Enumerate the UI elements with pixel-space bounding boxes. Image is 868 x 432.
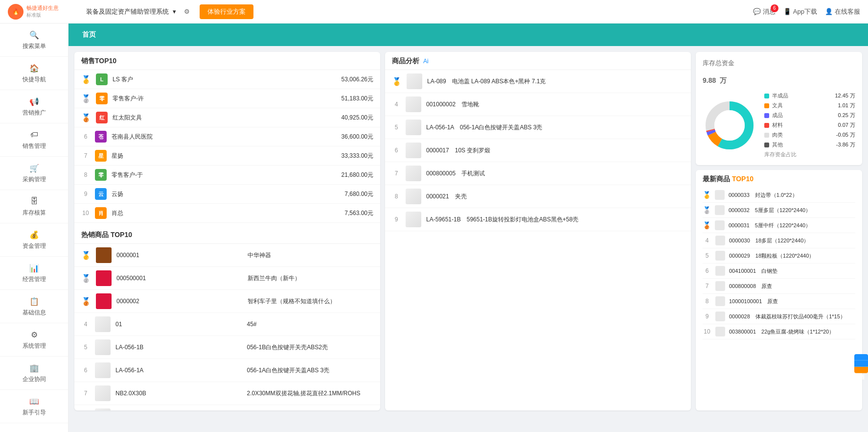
sidebar-item-corp[interactable]: 🏢 企业协同 (0, 357, 68, 390)
customer-name: 星扬 (112, 152, 337, 160)
product-info: 0000029 18颗粒板（1220*2440） (729, 252, 855, 260)
list-item: 7 NB2.0X30B 2.0X30MM双搓花轴,搓花直径2.1MM/ROHS (74, 382, 380, 405)
app-download-button[interactable]: 📱 App下载 (783, 7, 817, 16)
system-selector[interactable]: 装备及固定资产辅助管理系统 ▾ (86, 7, 176, 16)
sidebar-item-sales[interactable]: 🏷 销售管理 (0, 123, 68, 157)
sidebar-item-basic[interactable]: 📋 基础信息 (0, 290, 68, 323)
legend-dot (764, 133, 769, 138)
product-image (715, 190, 725, 200)
sidebar-label-search: 搜索菜单 (23, 42, 46, 50)
product-image (715, 220, 725, 230)
sidebar-item-operation[interactable]: 📊 经营管理 (0, 257, 68, 290)
svg-point-5 (714, 110, 745, 141)
legend-item: 文具 1.01 万 (764, 102, 855, 109)
product-info: 10000100001 原查 (729, 298, 855, 305)
chart-subtitle: 库存资金占比 (764, 151, 855, 158)
product-image (407, 73, 422, 89)
rank-num: 7 (703, 283, 711, 289)
guide-icon: 📖 (29, 396, 40, 407)
customer-name: 零售客户-于 (112, 171, 337, 179)
sidebar-item-nav[interactable]: 🏠 快捷导航 (0, 57, 68, 90)
sidebar-item-system[interactable]: ⚙ 系统管理 (0, 323, 68, 357)
rank-num: 7 (81, 152, 90, 159)
list-item: 6 LA-056-1A 056-1A白色按键开关盖ABS 3壳 (74, 359, 380, 382)
legend-value: 1.01 万 (838, 102, 855, 109)
rank-num: 7 (81, 390, 90, 397)
legend-value: 0.07 万 (838, 121, 855, 129)
legend-item: 其他 -3.86 万 (764, 141, 855, 148)
product-image (95, 316, 111, 332)
product-image (95, 362, 111, 378)
home-icon: 🏠 (29, 63, 40, 73)
product-info: 001000002 雪地靴 (426, 100, 684, 109)
inventory-card: 库存总资金 9.88 万 (696, 52, 862, 165)
sidebar-item-search[interactable]: 🔍 搜索菜单 (0, 24, 68, 57)
customer-value: 7,563.00元 (344, 209, 373, 217)
system-name: 装备及固定资产辅助管理系统 (86, 7, 169, 16)
list-item: 8 10000100001 原查 (703, 294, 855, 309)
product-info: LA-089 电池盖 LA-089 ABS本色+黑种 7.1克 (427, 77, 684, 86)
top-customers-list: 🥇 L LS 客户 53,006.26元 🥈 零 零售客户-许 51,183.0… (74, 70, 380, 223)
try-button[interactable]: 体验行业方案 (200, 4, 253, 19)
message-badge: 6 (771, 4, 778, 12)
product-info: 0000021 夹壳 (426, 192, 684, 201)
online-service-button[interactable]: 👤 在线客服 (825, 7, 860, 16)
legend-dot (764, 143, 769, 147)
customer-service-float: 客服热线 服务社区 直播 (854, 354, 868, 373)
dropdown-icon[interactable]: ▾ (173, 8, 176, 15)
product-code: 0000002 (116, 298, 243, 305)
rank-num: 10 (81, 210, 90, 216)
message-button[interactable]: 💬 消息 6 (753, 7, 776, 16)
legend-list: 半成品 12.45 万 文具 1.01 万 成品 0 (764, 92, 855, 158)
sidebar-label-nav: 快捷导航 (23, 75, 46, 84)
product-analysis-card: 商品分析 Ai 🥇 LA-089 电池盖 LA-089 ABS本色+黑种 7.1… (385, 52, 691, 410)
avatar: 云 (95, 188, 107, 200)
donut-chart (703, 98, 756, 152)
list-item: 5 0000029 18颗粒板（1220*2440） (703, 248, 855, 264)
medal-icon: 🥇 (392, 77, 402, 86)
rank-num: 5 (81, 344, 90, 351)
product-code: 01 (115, 321, 242, 328)
legend-label: 成品 (772, 112, 831, 119)
list-item: 6 004100001 白钢垫 (703, 264, 855, 279)
rank-num: 5 (392, 124, 401, 131)
list-item: 9 LA-59651-1B 59651-1B旋转投影灯电池盒ABS黑色+58壳 (385, 208, 691, 231)
list-item: 🥈 0000032 5厘多层（1220*2440） (703, 203, 855, 218)
sidebar-item-purchase[interactable]: 🛒 采购管理 (0, 157, 68, 190)
sidebar-item-marketing[interactable]: 📢 营销推广 (0, 90, 68, 123)
product-code: LA-056-1A (115, 367, 242, 374)
product-image (406, 212, 421, 227)
cs-community-button[interactable]: 服务社区 (854, 360, 868, 367)
sidebar-item-guide[interactable]: 📖 新手引导 (0, 390, 68, 423)
topbar-right: 💬 消息 6 📱 App下载 👤 在线客服 (753, 7, 860, 16)
legend-value: 12.45 万 (835, 92, 855, 99)
customer-name: 零售客户-许 (113, 95, 337, 103)
home-tab[interactable]: 首页 (78, 28, 100, 41)
product-image (406, 143, 421, 158)
marketing-icon: 📢 (29, 96, 40, 107)
medal-icon: 🥈 (81, 274, 91, 283)
product-image (715, 251, 725, 261)
customer-name: 红太阳文具 (113, 114, 337, 122)
customer-value: 40,925.00元 (342, 114, 373, 122)
legend-item: 成品 0.25 万 (764, 112, 855, 119)
settings-button[interactable]: ⚙ (180, 5, 194, 19)
cs-hotline-button[interactable]: 客服热线 (854, 354, 868, 360)
legend-dot (764, 113, 769, 118)
sidebar-item-inventory[interactable]: 🗄 库存核算 (0, 190, 68, 223)
sidebar-item-finance[interactable]: 💰 资金管理 (0, 223, 68, 257)
cs-live-button[interactable]: 直播 (854, 367, 868, 373)
legend-value: 0.25 万 (838, 112, 855, 119)
inventory-unit: 万 (720, 76, 727, 84)
product-info: 0000032 5厘多层（1220*2440） (729, 207, 855, 214)
list-item: 10 003800001 22g鱼豆腐-烧烤味（1*12*20） (703, 324, 855, 339)
rank-num: 🥈 (81, 94, 91, 103)
rank-num: 9 (392, 216, 401, 223)
legend-label: 材料 (772, 121, 831, 129)
medal-icon: 🥉 (703, 221, 711, 229)
product-image (95, 408, 111, 410)
rank-num: 8 (392, 193, 401, 200)
rank-num: 4 (392, 101, 401, 108)
latest-products-card: 最新商品 TOP10 🥇 0000033 封边带（1.0*22） 🥈 00000… (696, 170, 862, 410)
product-image (96, 247, 112, 263)
